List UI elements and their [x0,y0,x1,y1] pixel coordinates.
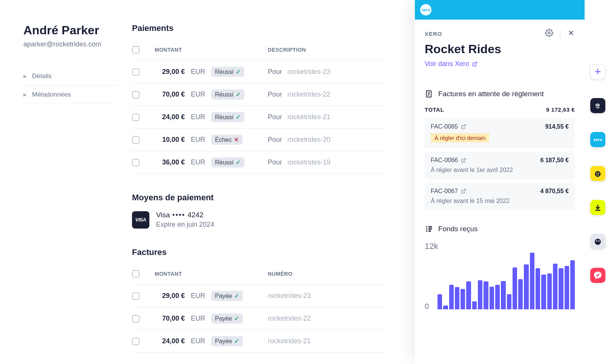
payments-table-header: MONTANT DESCRIPTION [132,41,385,61]
row-checkbox[interactable] [132,338,140,345]
sidebar-item-label: Métadonnées [32,91,71,98]
chart-bar [536,268,540,309]
check-icon: ✓ [236,114,241,121]
payment-methods-title: Moyens de paiement [132,193,385,203]
column-amount: MONTANT [155,47,268,53]
chart-bar [466,281,471,309]
payment-method-card[interactable]: VISA Visa •••• 4242 Expire en juin 2024 [132,211,385,229]
panel-app-label: XERO [425,31,442,37]
chart-bar [501,281,505,309]
svg-point-12 [426,228,428,230]
invoice-id-link[interactable]: FAC-0065 [431,123,466,130]
invoice-id-link[interactable]: FAC-0067 [431,188,466,195]
row-checkbox[interactable] [132,159,140,166]
select-all-checkbox[interactable] [132,270,140,278]
invoices-table-header: MONTANT NUMÉRO [132,266,385,285]
payment-id: rocketrides-23 [287,68,330,76]
customer-email: aparker@rocketrides.com [23,40,117,48]
card-brand: Visa [156,211,170,219]
row-checkbox[interactable] [132,136,140,144]
pending-invoice-card[interactable]: FAC-0066 6 187,50 €À régler avant le 1er… [425,152,575,179]
payment-row[interactable]: 24,00 €EURRéussi ✓Pourrocketrides-21 [132,106,385,129]
svg-point-31 [599,241,599,241]
payment-row[interactable]: 36,00 €EURRéussi ✓Pourrocketrides-19 [132,151,385,174]
rail-app-chat[interactable] [590,268,605,283]
invoice-row[interactable]: 24,00 €EURPayée ✓rocketrides-21 [132,330,385,353]
status-badge: Réussi ✓ [211,157,244,167]
add-app-button[interactable]: + [590,64,605,79]
svg-rect-16 [428,230,431,232]
status-badge: Réussi ✓ [211,89,244,100]
invoices-section-title: Factures [132,247,385,257]
pending-invoice-card[interactable]: FAC-0067 4 870,55 €À régler avant le 15 … [425,183,575,210]
svg-point-30 [596,241,597,241]
invoice-currency: EUR [191,337,205,345]
invoice-row[interactable]: 29,00 €EURPayée ✓rocketrides-23 [132,285,385,307]
payment-amount: 70,00 € [155,91,185,98]
gear-icon[interactable] [545,29,553,38]
svg-rect-15 [428,228,432,230]
payment-currency: EUR [191,68,205,76]
sidebar-item-details[interactable]: ▶ Détails [23,67,117,86]
total-label: TOTAL [425,106,444,113]
payment-currency: EUR [191,158,205,166]
invoice-id-link[interactable]: FAC-0066 [431,157,466,164]
sidebar-item-metadata[interactable]: ▶ Métadonnées [23,86,117,104]
chart-bar [443,306,448,309]
chart-bar [547,273,552,309]
chart-bar [570,260,575,309]
chart-bar [518,279,523,309]
rail-app-hootsuite[interactable] [590,234,605,249]
row-checkbox[interactable] [132,68,140,76]
row-checkbox[interactable] [132,91,140,98]
payment-currency: EUR [191,136,205,144]
external-link-icon [461,124,466,129]
desc-prefix: Pour [268,136,282,144]
chart-y-max: 12k [425,241,575,251]
panel-title: Rocket Rides [425,42,575,56]
invoice-amount: 24,00 € [155,337,185,345]
rail-app-xero[interactable]: xero [590,132,605,147]
chart-bar [559,268,563,309]
invoice-amount: 914,55 € [545,123,569,130]
svg-line-9 [463,158,465,161]
invoice-row[interactable]: 70,00 €EURPayée ✓rocketrides-22 [132,307,385,330]
rail-app-mailchimp[interactable] [590,166,605,181]
link-label: Voir dans Xero [425,60,469,68]
status-badge: Échec ✕ [211,135,243,145]
row-checkbox[interactable] [132,292,140,300]
svg-point-0 [548,32,550,34]
invoice-amount: 6 187,50 € [540,157,569,164]
chart-bar [461,289,465,309]
svg-point-11 [426,226,428,228]
chart-bar [507,294,511,309]
payment-row[interactable]: 70,00 €EURRéussi ✓Pourrocketrides-22 [132,83,385,106]
due-badge: À régler d'ici demain [431,133,489,143]
chevron-right-icon: ▶ [23,74,27,79]
view-in-xero-link[interactable]: Voir dans Xero [425,60,477,68]
row-checkbox[interactable] [132,315,140,323]
pending-invoice-card[interactable]: FAC-0065 914,55 €À régler d'ici demain [425,118,575,148]
svg-rect-14 [428,226,432,228]
invoice-id: rocketrides-23 [268,292,311,300]
svg-line-10 [463,189,465,192]
check-icon: ✓ [236,91,241,98]
rail-app-download[interactable] [590,200,605,215]
status-badge: Payée ✓ [211,291,243,301]
rail-app-intercom[interactable] [590,98,605,113]
receipt-icon [425,90,433,98]
invoice-amount: 29,00 € [155,292,185,300]
column-description: DESCRIPTION [268,47,385,53]
total-value: 9 172,63 € [546,106,575,113]
intercom-icon [594,101,602,110]
app-rail: + xero [588,64,608,283]
close-icon[interactable] [567,29,575,38]
payment-amount: 36,00 € [155,158,185,166]
payment-amount: 29,00 € [155,68,185,76]
row-checkbox[interactable] [132,114,140,121]
payment-row[interactable]: 10,00 €EURÉchec ✕Pourrocketrides-20 [132,129,385,151]
payment-row[interactable]: 29,00 €EURRéussi ✓Pourrocketrides-23 [132,61,385,83]
chart-bar [490,287,494,309]
select-all-checkbox[interactable] [132,46,140,54]
svg-point-13 [426,230,428,232]
